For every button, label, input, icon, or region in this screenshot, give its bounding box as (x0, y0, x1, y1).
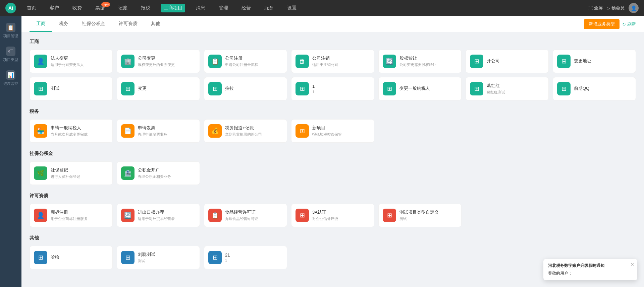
sidebar: 📋 项目管理 🏷 项目类型 📊 进度监控 (0, 16, 21, 287)
card-guquan-zhuanrang[interactable]: 🔄 股权转让 公司变更需要股权转让 (378, 50, 462, 73)
nav-operation[interactable]: 经营 (239, 4, 254, 12)
tab-bar: 工商 税务 社保公积金 许可资质 其他 新增业务类型 ↻ 刷新 (21, 16, 644, 32)
vip-button[interactable]: ▷ 畅会员 (607, 5, 625, 11)
shuiwu-baodao-icon: 💰 (208, 124, 222, 138)
card-liucong-ceshi[interactable]: ⊞ 刘聪测试 测试 (117, 246, 200, 269)
shuiwu-title: 税务 (30, 109, 636, 115)
nav-service[interactable]: 服务 (262, 4, 276, 12)
card-ceshi[interactable]: ⊞ 测试 (30, 77, 113, 100)
shebao-title: 社保公积金 (30, 151, 636, 157)
biangeng-dizhi-icon: ⊞ (557, 55, 571, 68)
card-faren-biangeng[interactable]: 👤 法人变更 适用于公司变更法人 (30, 50, 113, 73)
card-qianqi-qq[interactable]: ⊞ 前期QQ (553, 77, 636, 100)
shebao-dengji-icon: 🌿 (34, 166, 47, 180)
user-avatar[interactable]: 👤 (629, 3, 639, 13)
gongsi-zhuxiao-icon: 🗑 (296, 55, 309, 68)
card-gongsi-zhuxiao[interactable]: 🗑 公司注销 适用于注销公司 (291, 50, 374, 73)
qita-title: 其他 (30, 235, 636, 241)
card-kai-gongsi[interactable]: ⊞ 开公司 (466, 50, 549, 73)
refresh-button[interactable]: ↻ 刷新 (622, 21, 636, 27)
gjj-kaihu-icon: 🏦 (121, 166, 135, 180)
ceshi-icon: ⊞ (34, 82, 47, 95)
sidebar-item-project-management[interactable]: 📋 项目管理 (0, 19, 21, 43)
guquan-zhuanrang-icon: 🔄 (383, 55, 396, 68)
gongsi-zhuce-icon: 📋 (208, 55, 222, 68)
project-type-icon: 🏷 (6, 47, 15, 56)
nav-message[interactable]: 消息 (193, 4, 208, 12)
card-shipin-xuke[interactable]: 📋 食品经营许可证 办理食品经营许可证 (204, 204, 287, 227)
tab-shebao[interactable]: 社保公积金 (75, 16, 112, 32)
tab-xuke[interactable]: 许可资质 (112, 16, 144, 32)
xuke-title: 许可资质 (30, 193, 636, 199)
gongsi-biangeng-icon: 🏢 (121, 55, 135, 68)
card-haha[interactable]: ⊞ 哈哈 (30, 246, 113, 269)
new-type-button[interactable]: 新增业务类型 (584, 19, 620, 29)
main-layout: 📋 项目管理 🏷 项目类型 📊 进度监控 工商 税务 社保公积金 许可资质 其他… (0, 16, 644, 287)
nav-bookkeeping[interactable]: 记账 (115, 4, 130, 12)
card-3a-renzheng[interactable]: ⊞ 3A认证 对企业信誉评级 (291, 204, 374, 227)
xin-xiangmu-icon: ⊞ (296, 124, 309, 138)
notification-title: 河北税务数字账户升级影响通知 (548, 263, 633, 269)
nav-billing[interactable]: 收费 (70, 4, 85, 12)
shipin-xuke-icon: 📋 (208, 209, 222, 222)
card-lala[interactable]: ⊞ 拉拉 (204, 77, 287, 100)
fullscreen-button[interactable]: ⛶ 全屏 (588, 5, 603, 11)
card-one[interactable]: ⊞ 1 1 (291, 77, 374, 100)
21-icon: ⊞ (208, 251, 222, 264)
gehonghong-icon: ⊞ (470, 82, 483, 95)
nav-management[interactable]: 管理 (216, 4, 231, 12)
haha-icon: ⊞ (34, 251, 47, 264)
card-biangeng-yiban[interactable]: ⊞ 变更一般纳税人 (378, 77, 462, 100)
nav-home[interactable]: 首页 (24, 4, 39, 12)
notification-close-button[interactable]: × (631, 262, 634, 268)
card-xin-xiangmu[interactable]: ⊞ 新项目 报税加税控盘保管 (291, 119, 374, 143)
one-icon: ⊞ (296, 82, 309, 95)
notification-content: 尊敬的用户： (548, 271, 633, 276)
nav-settings[interactable]: 设置 (284, 4, 299, 12)
card-jinchuku-banli[interactable]: 🔄 进出口权办理 适用于对外贸易经营者 (117, 204, 200, 227)
card-shebao-dengji[interactable]: 🌿 社保登记 进行人员社保登记 (30, 161, 113, 185)
tab-shuiwu[interactable]: 税务 (52, 16, 75, 32)
tab-actions: 新增业务类型 ↻ 刷新 (584, 19, 636, 32)
content-area: 工商 税务 社保公积金 许可资质 其他 新增业务类型 ↻ 刷新 工商 👤 (21, 16, 644, 287)
new-badge: new (101, 2, 110, 7)
card-shangbiao-zhuce[interactable]: 👤 商标注册 用于企业商标注册服务 (30, 204, 113, 227)
lala-icon: ⊞ (208, 82, 222, 95)
biangeng-icon: ⊞ (121, 82, 135, 95)
card-yiban-nashuiren[interactable]: 🏪 申请一般纳税人 当月或次月成变更完成 (30, 119, 113, 143)
sidebar-item-project-type[interactable]: 🏷 项目类型 (0, 43, 21, 66)
card-21[interactable]: ⊞ 21 1 (204, 246, 287, 269)
nav-customer[interactable]: 客户 (47, 4, 62, 12)
card-shuiwu-baodao[interactable]: 💰 税务报道+记账 拿到营业执照的新公司 (204, 119, 287, 143)
card-gjj-kaihu[interactable]: 🏦 公积金开户 办理公积金相关业务 (117, 161, 200, 185)
sidebar-item-progress-monitor[interactable]: 📊 进度监控 (0, 66, 21, 90)
card-ceshi-zidingyi[interactable]: ⊞ 测试项目类型自定义 测试 (378, 204, 462, 227)
gongshang-title: 工商 (30, 39, 636, 45)
card-gongsi-zhuce[interactable]: 📋 公司注册 申请公司注册全流程 (204, 50, 287, 73)
card-gehonghong[interactable]: ⊞ 葛红红 葛红红测试 (466, 77, 549, 100)
liucong-ceshi-icon: ⊞ (121, 251, 135, 264)
biangeng-yiban-icon: ⊞ (383, 82, 396, 95)
notification-box: × 河北税务数字账户升级影响通知 尊敬的用户： (543, 259, 637, 280)
nav-tax[interactable]: 报税 (138, 4, 153, 12)
top-navigation: Ai 首页 客户 收费 票据 new 记账 报税 工商项目 消息 管理 经营 服… (0, 0, 644, 16)
yiban-nashuiren-icon: 🏪 (34, 124, 47, 138)
app-logo[interactable]: Ai (5, 3, 16, 13)
card-biangeng-dizhi[interactable]: ⊞ 变更地址 (553, 50, 636, 73)
tab-gongshang[interactable]: 工商 (30, 16, 52, 32)
card-gongsi-biangeng[interactable]: 🏢 公司变更 股权变更外的业务变更 (117, 50, 200, 73)
card-biangeng[interactable]: ⊞ 变更 (117, 77, 200, 100)
shangbiao-zhuce-icon: 👤 (34, 209, 47, 222)
xuke-section: 许可资质 👤 商标注册 用于企业商标注册服务 🔄 进出口权办理 适用于对外 (30, 193, 636, 227)
nav-business[interactable]: 工商项目 (161, 4, 185, 12)
project-management-icon: 📋 (6, 23, 15, 32)
nav-right-group: ⛶ 全屏 ▷ 畅会员 👤 (588, 3, 639, 13)
shenqing-fapiao-icon: 📄 (121, 124, 135, 138)
nav-invoice[interactable]: 票据 new (93, 4, 107, 12)
card-shenqing-fapiao[interactable]: 📄 申请发票 办理申请发票业务 (117, 119, 200, 143)
shebao-section: 社保公积金 🌿 社保登记 进行人员社保登记 🏦 公积金开户 办理公积金相关 (30, 151, 636, 185)
content-body: 工商 👤 法人变更 适用于公司变更法人 🏢 公司变更 股权变更外的业务变更 (21, 32, 644, 284)
tab-qita[interactable]: 其他 (144, 16, 167, 32)
3a-renzheng-icon: ⊞ (296, 209, 309, 222)
jinchuku-banli-icon: 🔄 (121, 209, 135, 222)
